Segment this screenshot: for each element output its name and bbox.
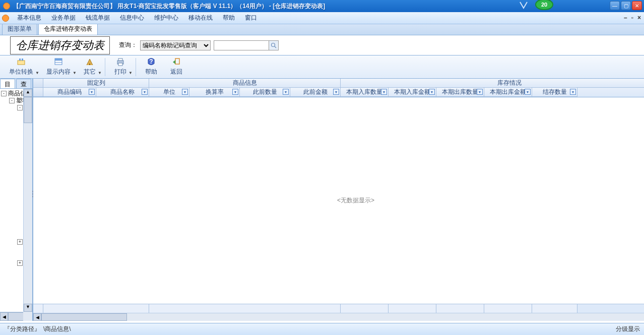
- tree-node[interactable]: 新源: [1, 231, 22, 238]
- toolbar-unit-convert[interactable]: 单位转换▼: [4, 57, 38, 77]
- grid-column-header[interactable]: 此前数量▾: [240, 88, 290, 97]
- tree-node[interactable]: S-K-J-Z 竹木等: [1, 182, 22, 189]
- tree-node[interactable]: +爱得利: [1, 238, 22, 245]
- query-search-button[interactable]: [269, 40, 279, 50]
- tree-node[interactable]: Z-W-E纸篓 纸筒: [1, 175, 22, 182]
- toolbar-help[interactable]: ?帮助: [140, 57, 162, 77]
- tree-node[interactable]: SB 水具: [1, 203, 22, 210]
- left-tab-0[interactable]: 目录: [0, 79, 15, 88]
- menu-item-7[interactable]: 窗口: [240, 13, 262, 23]
- svg-rect-3: [19, 59, 21, 61]
- grid-hscrollbar[interactable]: ◀ ▶: [33, 313, 644, 321]
- tree-node[interactable]: 万容: [1, 266, 22, 273]
- column-filter-button[interactable]: ▾: [525, 89, 531, 95]
- grid-column-header[interactable]: 商品名称▾: [96, 88, 149, 97]
- column-filter-button[interactable]: ▾: [333, 89, 339, 95]
- scroll-left-button[interactable]: ◀: [0, 312, 8, 321]
- grid-column-header[interactable]: 换算率▾: [189, 88, 240, 97]
- vscroll-thumb[interactable]: [24, 97, 32, 123]
- status-display-mode[interactable]: 分级显示: [616, 325, 640, 333]
- tree-node[interactable]: 飞鸿: [1, 273, 22, 281]
- mdi-close-button[interactable]: ×: [637, 14, 641, 21]
- grid-column-header[interactable]: 本期入库金额▾: [389, 88, 436, 97]
- left-tab-1[interactable]: 查询条件: [16, 79, 31, 88]
- minimize-button[interactable]: —: [610, 1, 620, 10]
- tree-node[interactable]: BX-S-Z一次性用品: [1, 111, 22, 118]
- grid-column-header[interactable]: 本期出库数量▾: [436, 88, 484, 97]
- grid-hscroll-thumb[interactable]: [41, 313, 127, 321]
- tree-node[interactable]: 顺胜: [1, 217, 22, 224]
- tree-node[interactable]: 佛山泰美: [1, 302, 22, 309]
- tree-node[interactable]: TP，WT 盆桶筛箩: [1, 153, 22, 160]
- tree-node[interactable]: YH-W 厨房类: [1, 210, 22, 217]
- menu-item-2[interactable]: 钱流单据: [81, 13, 115, 23]
- column-filter-button[interactable]: ▾: [182, 89, 188, 95]
- tree-toggle[interactable]: -: [9, 98, 15, 103]
- toolbar-other[interactable]: 其它▼: [79, 57, 101, 77]
- scroll-up-button[interactable]: ▲: [24, 89, 32, 97]
- column-filter-button[interactable]: ▾: [570, 89, 576, 95]
- tree-node[interactable]: 又壹点: [1, 281, 22, 288]
- tree-node[interactable]: FE车缝类: [1, 189, 22, 196]
- doc-tab-1[interactable]: 仓库进销存变动表: [38, 23, 98, 35]
- column-filter-button[interactable]: ▾: [232, 89, 238, 95]
- menu-item-1[interactable]: 业务单据: [46, 13, 81, 23]
- tree-hscrollbar[interactable]: ◀ ▶: [0, 312, 23, 321]
- tree-node[interactable]: -塑料.日杂: [1, 97, 22, 104]
- grid-footer-cell: [484, 304, 532, 313]
- grid-column-header[interactable]: 此前金额▾: [290, 88, 341, 97]
- menu-item-5[interactable]: 移动在线: [183, 13, 218, 23]
- maximize-button[interactable]: ▢: [621, 1, 631, 10]
- close-button[interactable]: ✕: [632, 1, 642, 10]
- doc-tab-0[interactable]: 图形菜单: [2, 23, 37, 35]
- tree-node[interactable]: 贝嘉: [1, 245, 22, 252]
- query-mode-select[interactable]: 编码名称助记码查询: [140, 40, 211, 50]
- toolbar-display-content[interactable]: 显示内容▼: [41, 57, 76, 77]
- tree-toggle[interactable]: -: [17, 105, 23, 110]
- mdi-restore-button[interactable]: ▫: [631, 14, 633, 21]
- tree-node[interactable]: SJ-V-Z衣架,晒架: [1, 146, 22, 153]
- column-filter-button[interactable]: ▾: [283, 89, 289, 95]
- column-filter-button[interactable]: ▾: [477, 89, 483, 95]
- tree-node[interactable]: GA衣勾: [1, 125, 22, 132]
- grid-column-header[interactable]: [33, 88, 43, 97]
- toolbar-back[interactable]: 返回: [165, 57, 187, 77]
- tree-node[interactable]: -商品信息: [1, 90, 22, 97]
- column-filter-button[interactable]: ▾: [89, 89, 95, 95]
- column-filter-button[interactable]: ▾: [142, 89, 148, 95]
- scroll-down-button[interactable]: ▼: [24, 304, 32, 312]
- tree-node[interactable]: 台州黄岩永旭: [1, 288, 22, 295]
- menu-item-3[interactable]: 信息中心: [115, 13, 149, 23]
- tree-node[interactable]: A-B-C-SA 扫刷类: [1, 160, 22, 167]
- tree-node[interactable]: 圣象塑料: [1, 295, 22, 302]
- grid-column-header[interactable]: 商品编码▾: [43, 88, 96, 97]
- tree-node[interactable]: 雨竹: [1, 224, 22, 231]
- column-filter-button[interactable]: ▾: [429, 89, 435, 95]
- query-input[interactable]: [214, 40, 269, 50]
- menu-item-4[interactable]: 维护中心: [149, 13, 183, 23]
- tree-toggle[interactable]: -: [1, 91, 7, 96]
- tree-node[interactable]: -振兴: [1, 104, 22, 111]
- tree-node[interactable]: +盛永达: [1, 259, 22, 266]
- tree-vscrollbar[interactable]: ▲ ▼: [23, 89, 32, 312]
- menu-item-0[interactable]: 基本信息: [12, 13, 46, 23]
- mdi-minimize-button[interactable]: –: [624, 14, 627, 21]
- tree-node[interactable]: BF微波炉具,饭盒: [1, 139, 22, 146]
- column-filter-button[interactable]: ▾: [381, 89, 387, 95]
- tree-toggle[interactable]: +: [17, 239, 23, 245]
- grid-column-header[interactable]: 本期出库金额▾: [484, 88, 532, 97]
- menu-item-6[interactable]: 帮助: [218, 13, 240, 23]
- notification-badge[interactable]: 20: [535, 0, 553, 10]
- grid-column-header[interactable]: 本期入库数量▾: [341, 88, 389, 97]
- tree-node[interactable]: C箱架类: [1, 167, 22, 175]
- grid-scroll-left-button[interactable]: ◀: [33, 313, 41, 321]
- tree-node[interactable]: BX/收藏类: [1, 196, 22, 203]
- tree-toggle[interactable]: +: [17, 260, 23, 266]
- tree-node[interactable]: BP保温瓶,保鲜盒: [1, 118, 22, 125]
- tree-node[interactable]: A-棉棒: [1, 132, 22, 139]
- category-tree[interactable]: -商品信息-塑料.日杂-振兴BX-S-Z一次性用品BP保温瓶,保鲜盒GA衣勾A-…: [0, 89, 23, 312]
- grid-column-header[interactable]: 单位▾: [149, 88, 189, 97]
- toolbar-print[interactable]: 打印▼: [109, 57, 132, 77]
- tree-node[interactable]: 永利: [1, 252, 22, 259]
- grid-column-header[interactable]: 结存数量▾: [532, 88, 577, 97]
